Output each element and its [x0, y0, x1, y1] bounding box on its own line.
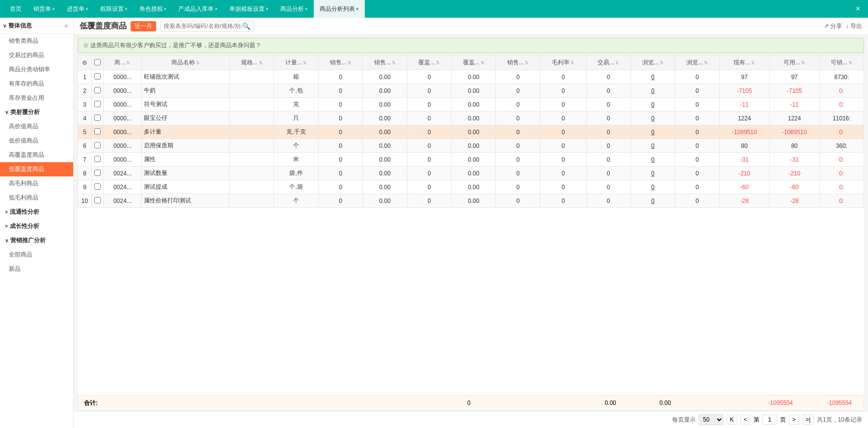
sidebar-marketing-section[interactable]: ∨ 营销推广分析: [0, 233, 73, 248]
th-unit[interactable]: 计量...⇅: [274, 56, 318, 70]
page-size-select[interactable]: 50 20 100: [699, 414, 724, 425]
page-number-input[interactable]: [762, 415, 777, 425]
row-checkbox[interactable]: [94, 183, 101, 190]
cell-browse1[interactable]: 0: [631, 70, 675, 84]
th-available[interactable]: 可用...⇅: [769, 56, 819, 70]
sidebar-item-high-coverage[interactable]: 高覆盖度商品: [0, 148, 73, 162]
share-button[interactable]: ↗ 分享: [824, 22, 842, 30]
sidebar-item-stock-capital[interactable]: 库存资金占用: [0, 91, 73, 105]
row-checkbox[interactable]: [94, 170, 101, 176]
th-sale-rate[interactable]: 销售...⇅: [496, 56, 540, 70]
sidebar-item-high-margin[interactable]: 高毛利商品: [0, 176, 73, 191]
nav-sales[interactable]: 销货单 ×: [27, 0, 61, 18]
sidebar-growth-section[interactable]: > 成长性分析: [0, 219, 73, 233]
sidebar-item-in-stock[interactable]: 有库存的商品: [0, 77, 73, 91]
close-nav-permissions[interactable]: ×: [125, 6, 128, 12]
cell-browse1[interactable]: 0: [631, 84, 675, 98]
cell-margin: 0: [540, 153, 586, 167]
sidebar-item-low-margin[interactable]: 低毛利商品: [0, 191, 73, 205]
th-current[interactable]: 现有...⇅: [719, 56, 769, 70]
cell-checkbox[interactable]: [92, 167, 104, 180]
th-sellable[interactable]: 可销...⇅: [819, 56, 864, 70]
nav-home[interactable]: 首页: [4, 0, 27, 18]
close-nav-products-in[interactable]: ×: [215, 6, 217, 12]
cell-checkbox[interactable]: [92, 70, 104, 84]
sidebar-item-low-value[interactable]: 低价值商品: [0, 134, 73, 148]
nav-permissions[interactable]: 权限设置 ×: [94, 0, 134, 18]
sidebar-overview-section[interactable]: ∨ 整体信息: [3, 22, 32, 30]
th-cover2[interactable]: 覆盖...⇅: [452, 56, 496, 70]
row-checkbox[interactable]: [94, 142, 101, 148]
cell-browse1[interactable]: 0: [631, 194, 675, 208]
cell-checkbox[interactable]: [92, 98, 104, 112]
th-name[interactable]: 商品名称⇅: [141, 56, 229, 70]
prev-page-button[interactable]: <: [740, 415, 751, 425]
close-window-button[interactable]: ×: [852, 4, 864, 13]
sidebar-item-low-coverage[interactable]: 低覆盖度商品: [0, 162, 73, 176]
sidebar-coverage-section[interactable]: ∨ 类射覆分析: [0, 105, 73, 119]
row-checkbox[interactable]: [94, 87, 101, 93]
cell-checkbox[interactable]: [92, 139, 104, 153]
row-checkbox[interactable]: [94, 128, 101, 135]
sidebar-item-sales-products[interactable]: 销售类商品: [0, 34, 73, 48]
cell-checkbox[interactable]: [92, 112, 104, 125]
close-nav-product-analysis-list[interactable]: ×: [356, 6, 359, 12]
cell-browse1[interactable]: 0: [631, 153, 675, 167]
close-nav-roles[interactable]: ×: [164, 6, 167, 12]
period-button[interactable]: 近一月: [131, 21, 156, 31]
cell-browse1[interactable]: 0: [631, 139, 675, 153]
select-all-checkbox[interactable]: [94, 59, 101, 65]
search-box[interactable]: 🔍: [160, 21, 254, 31]
search-input[interactable]: [163, 23, 242, 29]
nav-product-analysis[interactable]: 商品分析 ×: [274, 0, 314, 18]
cell-browse1[interactable]: 0: [631, 125, 675, 139]
cell-browse1[interactable]: 0: [631, 112, 675, 125]
cell-browse1[interactable]: 0: [631, 98, 675, 112]
th-settings[interactable]: ⚙: [78, 56, 92, 70]
th-sale-qty[interactable]: 销售...⇅: [318, 56, 362, 70]
next-page-button[interactable]: >: [789, 415, 799, 425]
export-button[interactable]: ↓ 导出: [846, 22, 862, 30]
th-trade[interactable]: 交易...⇅: [586, 56, 630, 70]
cell-checkbox[interactable]: [92, 180, 104, 194]
cell-browse1[interactable]: 0: [631, 167, 675, 180]
first-page-button[interactable]: K: [727, 415, 737, 425]
last-page-button[interactable]: >|: [802, 415, 814, 425]
close-nav-sales[interactable]: ×: [52, 6, 55, 12]
nav-roles[interactable]: 角色授权 ×: [134, 0, 173, 18]
nav-template[interactable]: 单据模板设置 ×: [223, 0, 274, 18]
nav-purchase[interactable]: 进货单 ×: [61, 0, 94, 18]
cell-browse1[interactable]: 0: [631, 180, 675, 194]
row-checkbox[interactable]: [94, 197, 101, 203]
th-sale-amt[interactable]: 销售...⇅: [363, 56, 407, 70]
sidebar-collapse-button[interactable]: «: [62, 20, 70, 31]
th-browse2[interactable]: 浏览...⇅: [675, 56, 719, 70]
th-margin[interactable]: 毛利率⇅: [540, 56, 586, 70]
search-icon[interactable]: 🔍: [242, 22, 250, 30]
th-code[interactable]: 商...⇅: [104, 56, 142, 70]
th-cover1[interactable]: 覆盖...⇅: [407, 56, 451, 70]
close-nav-product-analysis[interactable]: ×: [305, 6, 308, 12]
close-nav-template[interactable]: ×: [266, 6, 269, 12]
row-checkbox[interactable]: [94, 73, 101, 80]
cell-checkbox[interactable]: [92, 194, 104, 208]
cell-sale-rate: 0: [496, 125, 540, 139]
th-spec[interactable]: 规格...⇅: [230, 56, 274, 70]
sidebar-item-all-products[interactable]: 全部商品: [0, 248, 73, 262]
sidebar-item-category-rate[interactable]: 商品分类动销率: [0, 62, 73, 77]
close-nav-purchase[interactable]: ×: [85, 6, 88, 12]
sidebar-item-high-value[interactable]: 高价值商品: [0, 119, 73, 134]
sidebar-item-new-products[interactable]: 新品: [0, 262, 73, 276]
row-checkbox[interactable]: [94, 101, 101, 107]
row-checkbox[interactable]: [94, 156, 101, 162]
th-checkbox[interactable]: [92, 56, 104, 70]
nav-product-analysis-list[interactable]: 商品分析列表 ×: [314, 0, 365, 18]
th-browse1[interactable]: 浏览...⇅: [631, 56, 675, 70]
nav-products-in[interactable]: 产成品入库单 ×: [172, 0, 223, 18]
cell-checkbox[interactable]: [92, 153, 104, 167]
cell-checkbox[interactable]: [92, 125, 104, 139]
sidebar-flow-section[interactable]: > 流通性分析: [0, 205, 73, 219]
row-checkbox[interactable]: [94, 114, 101, 121]
cell-checkbox[interactable]: [92, 84, 104, 98]
sidebar-item-traded-products[interactable]: 交易过的商品: [0, 48, 73, 62]
